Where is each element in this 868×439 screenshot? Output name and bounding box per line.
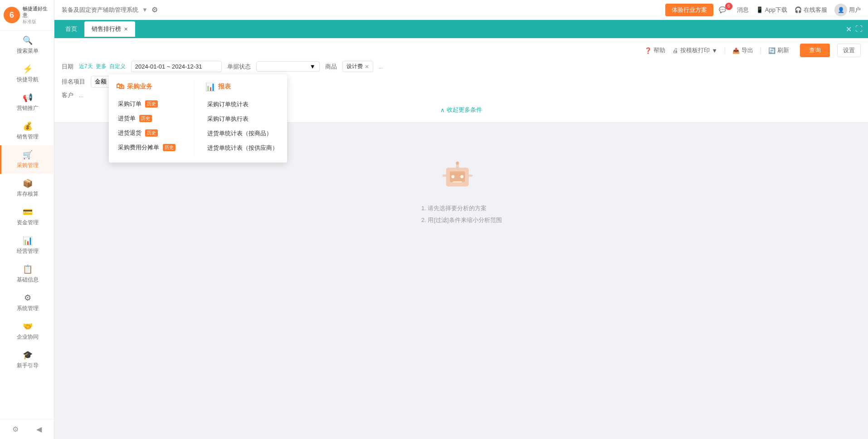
purchase-order-label: 采购订单 [118, 100, 141, 108]
refresh-button[interactable]: 🔄 刷新 [768, 46, 789, 54]
dropdown-report-1[interactable]: 采购订单统计表 [205, 97, 280, 112]
print-label: 按模板打印 [680, 46, 710, 54]
dropdown-goods-receipt[interactable]: 进货单 历史 [116, 111, 180, 126]
report-section-icon: 📊 [205, 82, 215, 92]
dropdown-purchase-title: 🛍 采购业务 [116, 82, 180, 91]
date-input[interactable] [131, 61, 222, 72]
svg-point-2 [451, 175, 454, 178]
svg-rect-8 [468, 174, 473, 177]
dropdown-report-2[interactable]: 采购订单执行表 [205, 112, 280, 126]
report-4-label: 进货单统计表（按供应商） [207, 144, 278, 152]
purchase-section-icon: 🛍 [116, 82, 124, 91]
goods-receipt-label: 进货单 [118, 114, 136, 123]
tab-sales-rank[interactable]: 销售排行榜 ✕ [84, 21, 135, 37]
customer-more[interactable]: ... [79, 92, 83, 99]
sidebar-item-label-system: 系统管理 [17, 305, 39, 312]
message-action[interactable]: 💬 6 消息 [719, 6, 749, 14]
purchase-expense-label: 采购费用分摊单 [118, 143, 159, 152]
industry-solution-button[interactable]: 体验行业方案 [665, 4, 713, 16]
gear-icon[interactable]: ⚙ [151, 5, 158, 14]
sidebar-item-inventory[interactable]: 📦库存核算 [0, 174, 54, 202]
top-header: 装备及固定资产辅助管理系统 ▼ ⚙ 体验行业方案 💬 6 消息 📱 App下载 … [54, 0, 868, 20]
logo-icon: 6 [4, 7, 20, 23]
system-title: 装备及固定资产辅助管理系统 ▼ ⚙ [62, 5, 660, 14]
date-preset-custom[interactable]: 自定义 [109, 63, 126, 70]
query-button[interactable]: 查询 [800, 44, 830, 57]
sidebar-item-enterprise[interactable]: 🤝企业协同 [0, 317, 54, 345]
sidebar-item-system[interactable]: ⚙系统管理 [0, 288, 54, 317]
headset-icon: 🎧 [795, 6, 802, 13]
tab-bar-expand-icon[interactable]: ⛶ [853, 23, 864, 35]
user-action[interactable]: 👤 用户 [834, 4, 861, 16]
date-preset-7days[interactable]: 近7天 [79, 63, 93, 70]
history-badge-1: 历史 [145, 100, 158, 108]
logo-sub: 标准版 [23, 19, 50, 25]
dropdown-chevron-icon[interactable]: ▼ [142, 6, 148, 13]
basic-icon: 📋 [23, 264, 33, 274]
help-label: 帮助 [653, 46, 665, 54]
dropdown-report-4[interactable]: 进货单统计表（按供应商） [205, 141, 280, 155]
print-button[interactable]: 🖨 按模板打印 ▼ [673, 46, 717, 54]
dropdown-report-3[interactable]: 进货单统计表（按商品） [205, 126, 280, 141]
print-dropdown-icon[interactable]: ▼ [712, 47, 717, 54]
svg-rect-4 [453, 181, 462, 183]
sidebar-item-label-purchase: 采购管理 [17, 162, 39, 169]
dropdown-goods-return[interactable]: 进货退货 历史 [116, 126, 180, 140]
export-button[interactable]: 📤 导出 [732, 46, 753, 54]
sidebar: 6 畅捷通好生意 标准版 🔍搜索菜单⚡快捷导航📢营销推广💰销售管理🛒采购管理📦库… [0, 0, 54, 439]
sidebar-item-marketing[interactable]: 📢营销推广 [0, 88, 54, 117]
message-badge: 6 [725, 3, 732, 10]
tab-close-icon[interactable]: ✕ [124, 26, 128, 32]
setting-button[interactable]: 设置 [837, 44, 861, 57]
enterprise-icon: 🤝 [23, 321, 33, 331]
sidebar-item-label-marketing: 营销推广 [17, 104, 39, 112]
empty-tip-1: 请先选择要分析的方案 [428, 202, 502, 214]
dropdown-purchase-order[interactable]: 采购订单 历史 [116, 97, 180, 111]
tab-bar-close-icon[interactable]: ✕ [844, 23, 853, 35]
settings-footer-button[interactable]: ⚙ [10, 423, 20, 435]
user-label: 用户 [849, 6, 861, 14]
tab-home[interactable]: 首页 [58, 21, 84, 37]
history-badge-4: 历史 [163, 144, 176, 151]
goods-more[interactable]: ... [379, 64, 383, 70]
header-actions: 💬 6 消息 📱 App下载 🎧 在线客服 👤 用户 [719, 4, 861, 16]
collapse-sidebar-button[interactable]: ◀ [34, 423, 44, 435]
sidebar-item-label-capital: 资金管理 [17, 219, 39, 227]
sidebar-item-operation[interactable]: 📊经营管理 [0, 231, 54, 260]
online-service-action[interactable]: 🎧 在线客服 [795, 6, 827, 14]
sidebar-item-sales[interactable]: 💰销售管理 [0, 117, 54, 145]
date-label: 日期 [62, 63, 73, 71]
sidebar-item-label-sales: 销售管理 [17, 133, 39, 141]
toolbar-divider [725, 47, 725, 54]
capital-icon: 💳 [23, 207, 33, 217]
date-preset-more[interactable]: 更多 [96, 63, 107, 70]
order-status-select[interactable]: ▼ [256, 61, 320, 72]
app-download-action[interactable]: 📱 App下载 [756, 6, 787, 14]
sidebar-item-search[interactable]: 🔍搜索菜单 [0, 31, 54, 59]
purchase-icon: 🛒 [23, 150, 33, 160]
help-button[interactable]: ❓ 帮助 [644, 46, 665, 54]
print-icon: 🖨 [673, 47, 678, 54]
rank-item-label: 排名项目 [62, 78, 85, 86]
refresh-icon: 🔄 [768, 47, 775, 54]
empty-tips: 请先选择要分析的方案 用[过滤]条件来缩小分析范围 [420, 202, 502, 226]
export-label: 导出 [741, 46, 753, 54]
sidebar-item-capital[interactable]: 💳资金管理 [0, 202, 54, 231]
sidebar-item-guide[interactable]: 🎓新手引导 [0, 345, 54, 374]
goods-tag-close-icon[interactable]: ✕ [365, 64, 369, 70]
dropdown-purchase-expense[interactable]: 采购费用分摊单 历史 [116, 140, 180, 155]
collapse-label: 收起更多条件 [447, 106, 482, 114]
search-icon: 🔍 [23, 35, 33, 45]
export-icon: 📤 [732, 47, 740, 54]
sidebar-item-purchase[interactable]: 🛒采购管理 [0, 145, 54, 174]
sidebar-item-basic[interactable]: 📋基础信息 [0, 260, 54, 288]
sidebar-item-quick[interactable]: ⚡快捷导航 [0, 59, 54, 88]
goods-tag-value: 设计费 [346, 63, 363, 70]
sales-icon: 💰 [23, 121, 33, 131]
report-1-label: 采购订单统计表 [207, 100, 249, 109]
sidebar-item-label-inventory: 库存核算 [17, 190, 39, 198]
quick-icon: ⚡ [23, 64, 33, 74]
empty-icon [439, 159, 484, 195]
svg-rect-7 [442, 174, 447, 177]
collapse-up-icon: ∧ [440, 107, 445, 113]
